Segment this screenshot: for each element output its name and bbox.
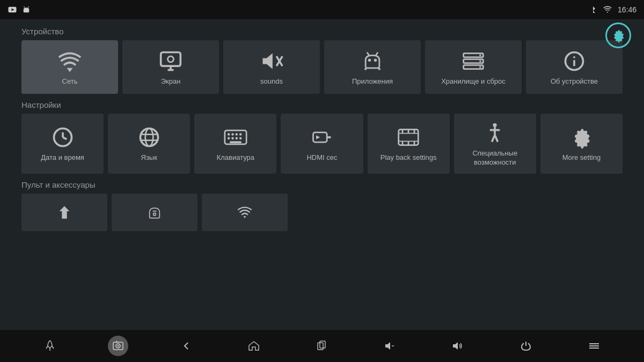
nav-menu-button[interactable]: [584, 336, 604, 356]
back-icon: [180, 339, 193, 352]
tile-keyboard[interactable]: Клавиатура: [194, 114, 276, 174]
svg-rect-8: [161, 52, 181, 66]
tile-datetime[interactable]: Дата и время: [21, 114, 104, 174]
home-icon: [247, 339, 260, 352]
svg-rect-47: [313, 132, 327, 142]
nav-screenshot-button[interactable]: [108, 336, 128, 356]
svg-marker-75: [249, 342, 259, 350]
android-tile-icon: [361, 49, 384, 73]
svg-point-29: [573, 56, 575, 58]
top-gear-button[interactable]: [605, 23, 631, 48]
tile-hdmi[interactable]: HDMI cec: [281, 114, 363, 174]
gear-tile-icon: [569, 125, 593, 149]
svg-line-5: [28, 6, 29, 8]
svg-marker-7: [67, 68, 73, 71]
clock-tile-icon: [51, 125, 75, 149]
tile-datetime-label: Дата и время: [41, 153, 84, 162]
tile-remote2[interactable]: [112, 194, 197, 231]
tile-screen[interactable]: Экран: [122, 40, 219, 94]
nav-recents-button[interactable]: [312, 336, 332, 356]
tile-remote3[interactable]: [202, 194, 288, 231]
tile-hdmi-label: HDMI cec: [306, 153, 337, 162]
svg-line-63: [495, 135, 498, 142]
section-device-label: Устройство: [21, 27, 623, 36]
svg-point-16: [374, 58, 377, 62]
mute-tile-icon: [260, 49, 283, 73]
section-settings-label: Настройки: [21, 100, 623, 109]
svg-point-34: [145, 129, 153, 146]
nav-home-button[interactable]: [244, 336, 264, 356]
tile-remote1[interactable]: [21, 194, 107, 231]
tile-screen-label: Экран: [161, 77, 181, 86]
svg-line-17: [367, 52, 369, 55]
svg-rect-77: [320, 341, 325, 348]
svg-point-26: [479, 66, 481, 68]
tile-apps[interactable]: Приложения: [324, 40, 421, 94]
nav-vol-down-button[interactable]: [380, 336, 400, 356]
nav-power-button[interactable]: [516, 336, 536, 356]
svg-rect-74: [116, 341, 118, 342]
wifi-status-icon: [603, 5, 612, 14]
svg-line-69: [46, 346, 48, 349]
rocket-icon: [43, 339, 56, 352]
tile-about-label: Об устройстве: [551, 77, 598, 86]
tile-keyboard-label: Клавиатура: [217, 153, 254, 162]
nav-launch-button[interactable]: [40, 336, 60, 356]
svg-marker-78: [385, 342, 390, 350]
menu-lines-icon: [588, 339, 601, 352]
tile-storage[interactable]: Хранилище и сброс: [425, 40, 522, 94]
android-status-icon: [21, 5, 31, 14]
tile-sounds-label: sounds: [260, 77, 283, 86]
svg-marker-49: [316, 136, 320, 139]
device-tiles-row: Сеть Экран sounds: [21, 40, 623, 94]
status-left-icons: [8, 5, 31, 14]
svg-point-33: [140, 129, 158, 146]
svg-point-59: [493, 123, 497, 127]
storage-tile-icon: [462, 49, 485, 73]
tile-sounds[interactable]: sounds: [223, 40, 320, 94]
remote3-icon: [237, 205, 252, 220]
youtube-icon: [8, 5, 17, 14]
status-right: 16:46: [589, 5, 636, 14]
film-tile-icon: [397, 125, 420, 149]
accessories-tiles-row: [21, 194, 623, 231]
svg-point-6: [607, 12, 608, 13]
svg-marker-64: [60, 206, 70, 218]
svg-rect-76: [318, 343, 323, 350]
gear-icon: [611, 28, 626, 43]
svg-point-24: [479, 60, 481, 62]
clock-time: 16:46: [618, 5, 636, 14]
recents-icon: [316, 339, 328, 352]
svg-point-9: [168, 56, 174, 62]
nav-vol-up-button[interactable]: [448, 336, 468, 356]
settings-tiles-row: Дата и время Язык: [21, 114, 623, 174]
tile-language[interactable]: Язык: [108, 114, 190, 174]
tile-about[interactable]: Об устройстве: [526, 40, 623, 94]
accessibility-tile-icon: [483, 121, 507, 145]
tile-apps-label: Приложения: [352, 77, 393, 86]
globe-tile-icon: [137, 125, 161, 149]
tile-accessibility-label: Специальные возможности: [458, 149, 532, 167]
section-remote-label: Пульт и аксессуары: [21, 180, 623, 189]
power-icon: [519, 339, 532, 352]
svg-marker-80: [453, 342, 458, 350]
tile-language-label: Язык: [141, 153, 157, 162]
keyboard-tile-icon: [224, 125, 247, 149]
nav-back-button[interactable]: [176, 336, 196, 356]
svg-line-32: [63, 137, 67, 139]
tile-moresetting-label: More setting: [562, 153, 601, 162]
svg-line-18: [376, 52, 378, 55]
tile-network-label: Сеть: [62, 77, 78, 86]
tile-moresetting[interactable]: More setting: [540, 114, 623, 174]
remote1-icon: [57, 205, 72, 220]
svg-point-66: [153, 213, 156, 216]
svg-point-22: [479, 54, 481, 56]
vol-up-icon: [451, 339, 464, 352]
tile-network[interactable]: Сеть: [21, 40, 118, 94]
tile-accessibility[interactable]: Специальные возможности: [454, 114, 536, 174]
vol-down-icon: [384, 339, 397, 352]
tile-storage-label: Хранилище и сброс: [441, 77, 506, 86]
tile-playback[interactable]: Play back settings: [368, 114, 450, 174]
svg-point-73: [117, 345, 119, 347]
status-bar: 16:46: [0, 0, 644, 19]
